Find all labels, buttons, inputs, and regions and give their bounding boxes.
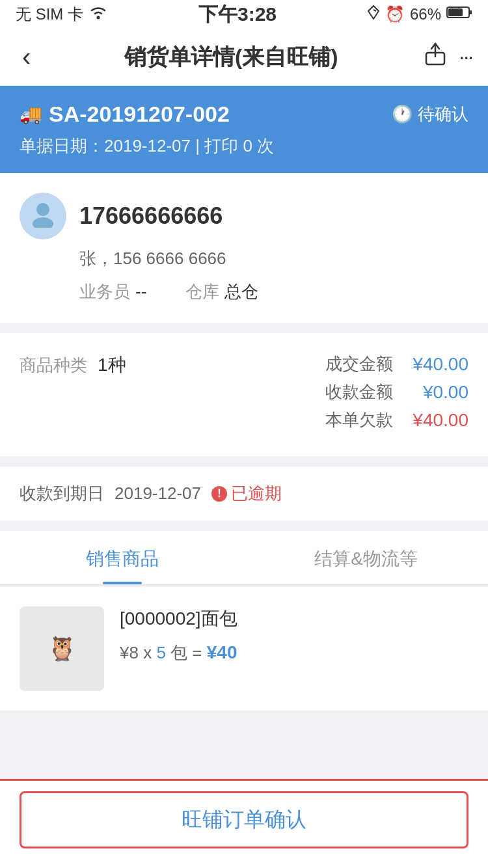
warehouse-value: 总仓	[224, 280, 258, 303]
svg-point-0	[97, 16, 100, 20]
product-name: [0000002]面包	[120, 606, 468, 631]
summary-section: 商品种类 1种 成交金额 ¥40.00 收款金额 ¥0.00 本单欠款 ¥40.…	[0, 333, 488, 456]
owed-value: ¥40.00	[413, 410, 468, 431]
order-date: 单据日期：2019-12-07 | 打印 0 次	[20, 135, 468, 157]
order-id: 🚚 SA-20191207-002	[20, 102, 230, 127]
svg-rect-4	[448, 8, 463, 16]
svg-rect-5	[470, 10, 472, 14]
product-price: ¥8 x 5 包 = ¥40	[120, 642, 468, 664]
clock-icon: 🕐	[392, 104, 413, 124]
more-button[interactable]: ···	[459, 45, 472, 69]
product-total: ¥40	[207, 642, 237, 662]
tab-settlement[interactable]: 结算&物流等	[244, 531, 488, 584]
status-bar-right: ⏰ 66%	[367, 5, 472, 24]
salesperson-label: 业务员	[79, 280, 130, 303]
no-sim-label: 无 SIM 卡	[16, 4, 83, 25]
summary-right: 成交金额 ¥40.00 收款金额 ¥0.00 本单欠款 ¥40.00	[325, 353, 468, 437]
status-bar-left: 无 SIM 卡	[16, 4, 108, 25]
battery-label: 66%	[410, 5, 441, 23]
nav-actions: ···	[425, 42, 472, 72]
product-item: 🦉 [0000002]面包 ¥8 x 5 包 = ¥40	[20, 606, 468, 691]
tab-sales-product[interactable]: 销售商品	[0, 531, 244, 584]
user-icon	[29, 199, 57, 234]
owed-row: 本单欠款 ¥40.00	[325, 409, 468, 431]
salesperson-meta: 业务员 --	[79, 280, 146, 303]
warehouse-label: 仓库	[185, 280, 219, 303]
tab-bar: 销售商品 结算&物流等	[0, 531, 488, 586]
warehouse-meta: 仓库 总仓	[185, 280, 258, 303]
status-bar-time: 下午3:28	[198, 1, 277, 28]
product-thumbnail: 🦉	[20, 606, 104, 691]
product-section: 🦉 [0000002]面包 ¥8 x 5 包 = ¥40	[0, 587, 488, 711]
share-button[interactable]	[425, 42, 446, 72]
product-info: [0000002]面包 ¥8 x 5 包 = ¥40	[120, 606, 468, 664]
due-section: 收款到期日 2019-12-07 ! 已逾期	[0, 467, 488, 521]
battery-icon	[446, 5, 472, 23]
product-type: 商品种类 1种	[20, 353, 126, 377]
overdue-label: 已逾期	[231, 482, 282, 505]
nav-bar: ‹ 销货单详情(来自旺铺) ···	[0, 29, 488, 86]
customer-name: 张，156 6666 6666	[20, 247, 468, 270]
salesperson-value: --	[135, 282, 146, 302]
status-bar: 无 SIM 卡 下午3:28 ⏰ 66%	[0, 0, 488, 29]
product-thumb-icon: 🦉	[47, 635, 77, 662]
customer-section: 17666666666 张，156 6666 6666 业务员 -- 仓库 总仓	[0, 173, 488, 323]
confirm-button-wrap: 旺铺订单确认	[0, 779, 488, 868]
svg-point-9	[33, 217, 53, 228]
back-button[interactable]: ‹	[16, 36, 37, 78]
product-quantity: 5	[156, 643, 165, 662]
svg-marker-1	[368, 6, 379, 19]
amount-value: ¥40.00	[413, 354, 468, 375]
order-header: 🚚 SA-20191207-002 🕐 待确认 单据日期：2019-12-07 …	[0, 86, 488, 173]
received-value: ¥0.00	[423, 382, 468, 403]
avatar	[20, 193, 66, 239]
confirm-order-button[interactable]: 旺铺订单确认	[20, 791, 468, 848]
page-title: 销货单详情(来自旺铺)	[124, 42, 338, 72]
overdue-badge: ! 已逾期	[211, 482, 282, 505]
amount-row: 成交金额 ¥40.00	[325, 353, 468, 375]
due-date-label: 收款到期日	[20, 482, 104, 505]
alarm-icon: ⏰	[385, 5, 405, 23]
overdue-icon: !	[211, 486, 227, 502]
customer-phone: 17666666666	[79, 202, 223, 230]
svg-point-8	[36, 203, 49, 216]
order-status: 🕐 待确认	[392, 103, 468, 126]
received-row: 收款金额 ¥0.00	[325, 381, 468, 403]
customer-meta: 业务员 -- 仓库 总仓	[20, 280, 468, 303]
summary-left: 商品种类 1种	[20, 353, 126, 377]
due-date-value: 2019-12-07	[115, 483, 201, 504]
location-icon	[367, 5, 380, 24]
svg-line-2	[373, 10, 376, 11]
truck-icon: 🚚	[20, 103, 42, 125]
wifi-icon	[88, 5, 108, 23]
